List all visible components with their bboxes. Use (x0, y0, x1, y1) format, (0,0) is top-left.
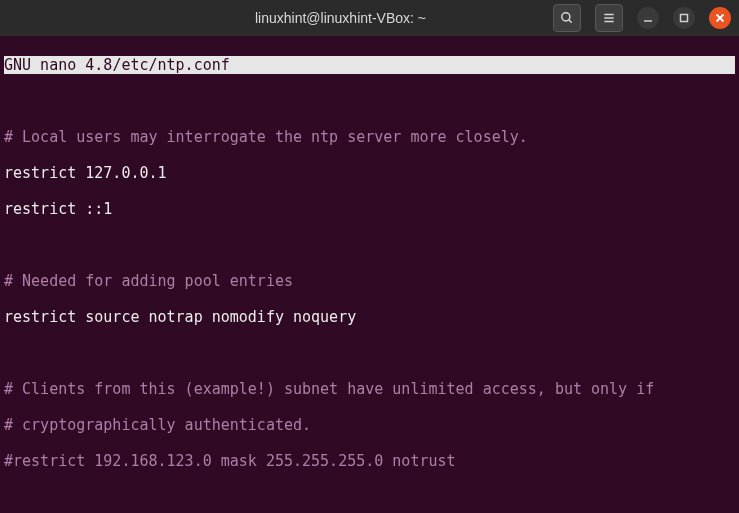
terminal-area[interactable]: GNU nano 4.8 /etc/ntp.conf # Local users… (0, 36, 739, 513)
file-line: # cryptographically authenticated. (4, 416, 311, 434)
nano-app-name: GNU nano 4.8 (4, 56, 112, 74)
nano-header: GNU nano 4.8 /etc/ntp.conf (4, 56, 735, 74)
file-line: # Needed for adding pool entries (4, 272, 293, 290)
window-title: linuxhint@linuxhint-VBox: ~ (136, 10, 545, 26)
file-line: # Local users may interrogate the ntp se… (4, 128, 528, 146)
nano-filename: /etc/ntp.conf (112, 56, 229, 74)
file-line: #restrict 192.168.123.0 mask 255.255.255… (4, 452, 456, 470)
file-line: # Clients from this (example!) subnet ha… (4, 380, 654, 398)
search-button[interactable] (553, 4, 581, 32)
file-line: restrict ::1 (4, 200, 112, 218)
maximize-button[interactable] (673, 7, 695, 29)
minimize-button[interactable] (637, 7, 659, 29)
svg-line-1 (569, 20, 572, 23)
titlebar: linuxhint@linuxhint-VBox: ~ (0, 0, 739, 36)
file-line: restrict 127.0.0.1 (4, 164, 167, 182)
menu-button[interactable] (595, 4, 623, 32)
file-line: restrict source notrap nomodify noquery (4, 308, 356, 326)
close-button[interactable] (709, 7, 731, 29)
svg-point-0 (562, 13, 570, 21)
svg-rect-6 (681, 15, 688, 22)
